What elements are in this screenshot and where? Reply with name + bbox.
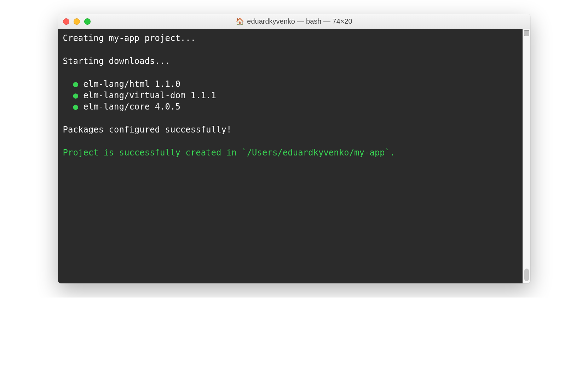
close-button[interactable] xyxy=(63,18,69,25)
scrollbar[interactable] xyxy=(523,29,530,283)
terminal-window: 🏠 eduardkyvenko — bash — 74×20 Creating … xyxy=(58,14,530,283)
download-text: elm-lang/virtual-dom 1.1.1 xyxy=(83,90,216,101)
download-item: ● elm-lang/core 4.0.5 xyxy=(63,101,518,112)
scroll-thumb[interactable] xyxy=(524,269,529,281)
bullet-icon: ● xyxy=(73,101,78,112)
blank-line xyxy=(63,67,518,78)
download-item: ● elm-lang/virtual-dom 1.1.1 xyxy=(63,90,518,101)
zoom-button[interactable] xyxy=(84,18,91,25)
terminal-body: Creating my-app project...Starting downl… xyxy=(58,29,530,283)
traffic-lights xyxy=(63,18,91,25)
bullet-icon: ● xyxy=(73,78,78,90)
blank-line xyxy=(63,113,518,124)
minimize-button[interactable] xyxy=(74,18,80,25)
window-title-container: 🏠 eduardkyvenko — bash — 74×20 xyxy=(236,17,352,25)
titlebar[interactable]: 🏠 eduardkyvenko — bash — 74×20 xyxy=(58,14,530,29)
blank-line xyxy=(63,136,518,147)
scroll-indicator-icon xyxy=(524,30,529,36)
window-title: eduardkyvenko — bash — 74×20 xyxy=(247,17,352,25)
terminal-content[interactable]: Creating my-app project...Starting downl… xyxy=(58,29,523,283)
output-line: Creating my-app project... xyxy=(63,33,518,44)
home-icon: 🏠 xyxy=(236,18,244,25)
output-line: Packages configured successfully! xyxy=(63,124,518,135)
output-line: Starting downloads... xyxy=(63,55,518,67)
download-text: elm-lang/html 1.1.0 xyxy=(83,78,180,90)
blank-line xyxy=(63,44,518,55)
success-line: Project is successfully created in `/Use… xyxy=(63,147,518,158)
download-item: ● elm-lang/html 1.1.0 xyxy=(63,78,518,90)
download-text: elm-lang/core 4.0.5 xyxy=(83,101,180,112)
bullet-icon: ● xyxy=(73,90,78,101)
